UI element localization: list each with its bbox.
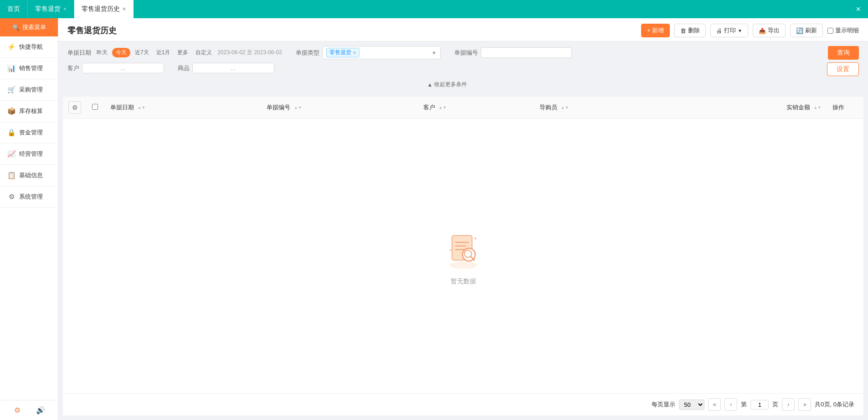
date-option-custom[interactable]: 自定义	[193, 48, 215, 57]
filter-number-item: 单据编号	[454, 47, 572, 58]
sidebar-item-purchase[interactable]: 🛒 采购管理	[0, 79, 58, 101]
operations-icon: 📈	[7, 150, 15, 158]
page-number-input[interactable]	[750, 400, 769, 410]
filter-number-label: 单据编号	[454, 49, 478, 57]
page-label: 第	[741, 400, 747, 409]
show-detail-checkbox[interactable]	[827, 28, 833, 34]
audio-footer-btn[interactable]: 🔊	[33, 403, 48, 418]
table-header-row: ⚙ 单据日期 ▲▼ 单据编号 ▲▼	[63, 97, 863, 119]
filter-goods-select[interactable]: ...	[192, 63, 274, 73]
select-all-checkbox[interactable]	[92, 104, 98, 110]
print-icon: 🖨	[716, 27, 722, 34]
th-amount-label: 实销金额	[786, 104, 810, 111]
sidebar-item-label: 采购管理	[19, 86, 43, 94]
main-layout: 🔍 搜索菜单 ⚡ 快捷导航 📊 销售管理 🛒 采购管理 📦 库存核算 🔒	[0, 18, 868, 420]
new-button[interactable]: + 新增	[641, 24, 670, 37]
sidebar-item-system[interactable]: ⚙ 系统管理	[0, 186, 58, 208]
th-date-sort[interactable]: ▲▼	[138, 106, 146, 110]
filter-number-input[interactable]	[481, 47, 572, 58]
export-icon: 📤	[759, 27, 766, 34]
th-date: 单据日期 ▲▼	[105, 97, 261, 119]
th-amount-sort[interactable]: ▲▼	[813, 106, 822, 110]
prev-page-btn[interactable]: ‹	[724, 398, 737, 411]
filter-row-1: 单据日期 昨天 今天 近7天 近1月 更多 自定义 2023-06-02 至 2…	[67, 46, 827, 59]
filter-type-item: 单据类型 零售退货 × ▼	[296, 46, 441, 59]
th-guide-sort[interactable]: ▲▼	[561, 106, 569, 110]
filter-date-label: 单据日期	[67, 49, 91, 57]
th-guide: 导购员 ▲▼	[534, 97, 670, 119]
query-button[interactable]: 查询	[828, 46, 859, 60]
th-operations: 操作	[827, 97, 863, 119]
sidebar-nav: ⚡ 快捷导航 📊 销售管理 🛒 采购管理 📦 库存核算 🔒 资金管理 📈	[0, 36, 58, 400]
svg-text:✦: ✦	[449, 248, 452, 252]
filter-customer-select[interactable]: ...	[82, 63, 164, 73]
th-customer-sort[interactable]: ▲▼	[438, 106, 447, 110]
data-table: ⚙ 单据日期 ▲▼ 单据编号 ▲▼	[63, 97, 863, 119]
print-button-label: 打印	[724, 26, 736, 35]
filter-section: 单据日期 昨天 今天 近7天 近1月 更多 自定义 2023-06-02 至 2…	[58, 41, 868, 92]
first-page-btn[interactable]: «	[708, 398, 721, 411]
empty-illustration: ✦ ✦	[441, 226, 486, 272]
show-detail-checkbox-label[interactable]: 显示明细	[827, 26, 859, 35]
tab-retail-return-close[interactable]: ×	[63, 6, 67, 12]
filter-type-select[interactable]: 零售退货 × ▼	[322, 46, 441, 59]
sidebar-item-operations[interactable]: 📈 经营管理	[0, 143, 58, 165]
finance-icon: 🔒	[7, 128, 15, 137]
filter-type-label: 单据类型	[296, 49, 319, 57]
filter-type-dropdown-icon: ▼	[431, 50, 437, 56]
toolbar: + 新增 🗑 删除 🖨 打印 ▼ 📤 导出	[641, 24, 859, 37]
th-number-sort[interactable]: ▲▼	[294, 106, 302, 110]
collapse-bar[interactable]: ▲ 收起更多条件	[67, 79, 827, 90]
table-settings-btn[interactable]: ⚙	[68, 101, 81, 114]
delete-button[interactable]: 🗑 删除	[674, 24, 706, 37]
date-option-more[interactable]: 更多	[175, 48, 191, 57]
filter-date-options: 昨天 今天 近7天 近1月 更多 自定义	[94, 48, 215, 57]
sidebar-item-inventory[interactable]: 📦 库存核算	[0, 101, 58, 122]
date-option-7days[interactable]: 近7天	[132, 48, 152, 57]
collapse-label: 收起更多条件	[434, 81, 467, 88]
next-page-btn[interactable]: ›	[782, 398, 795, 411]
purchase-icon: 🛒	[7, 86, 15, 94]
content-area: 零售退货历史 + 新增 🗑 删除 🖨 打印 ▼ 📤	[58, 18, 868, 420]
date-option-today[interactable]: 今天	[112, 48, 130, 57]
new-button-label: + 新增	[647, 26, 664, 35]
tab-retail-return[interactable]: 零售退货 ×	[28, 0, 74, 18]
sidebar-item-finance[interactable]: 🔒 资金管理	[0, 122, 58, 143]
page-header: 零售退货历史 + 新增 🗑 删除 🖨 打印 ▼ 📤	[58, 18, 868, 41]
set-button[interactable]: 设置	[827, 62, 859, 76]
show-detail-label: 显示明细	[835, 26, 859, 35]
th-amount: 实销金额 ▲▼	[671, 97, 827, 119]
sidebar-footer: ⚙ 🔊	[0, 400, 58, 420]
last-page-btn[interactable]: »	[798, 398, 811, 411]
per-page-select[interactable]: 50 10 20 100	[679, 400, 704, 410]
search-icon: 🔍	[12, 24, 20, 31]
sidebar-search-label: 搜索菜单	[22, 23, 46, 31]
filter-grid: 单据日期 昨天 今天 近7天 近1月 更多 自定义 2023-06-02 至 2…	[67, 46, 827, 90]
sidebar-search[interactable]: 🔍 搜索菜单	[0, 18, 58, 36]
total-label: 共0页, 0条记录	[815, 400, 854, 409]
refresh-button[interactable]: 🔄 刷新	[790, 24, 823, 37]
filter-type-tag-close[interactable]: ×	[353, 50, 356, 56]
sidebar-item-label: 基础信息	[19, 171, 43, 179]
filter-date-item: 单据日期 昨天 今天 近7天 近1月 更多 自定义 2023-06-02 至 2…	[67, 48, 282, 57]
print-arrow-icon: ▼	[738, 28, 742, 33]
sidebar-item-sales[interactable]: 📊 销售管理	[0, 58, 58, 79]
tab-home[interactable]: 首页	[0, 0, 28, 18]
date-option-1month[interactable]: 近1月	[154, 48, 173, 57]
th-number: 单据编号 ▲▼	[261, 97, 417, 119]
export-button[interactable]: 📤 导出	[753, 24, 786, 37]
filter-type-tag-text: 零售退货	[329, 49, 351, 56]
tab-retail-return-history[interactable]: 零售退货历史 ×	[74, 0, 134, 18]
date-option-yesterday[interactable]: 昨天	[94, 48, 110, 57]
th-customer-label: 客户	[423, 104, 435, 111]
table-wrapper: ⚙ 单据日期 ▲▼ 单据编号 ▲▼	[63, 97, 863, 415]
sidebar-item-quick-nav[interactable]: ⚡ 快捷导航	[0, 36, 58, 58]
print-button[interactable]: 🖨 打印 ▼	[710, 24, 748, 37]
window-close-button[interactable]: ×	[848, 0, 868, 18]
settings-footer-btn[interactable]: ⚙	[10, 403, 25, 418]
sidebar-item-label: 库存核算	[19, 107, 43, 115]
tab-retail-return-history-close[interactable]: ×	[123, 6, 126, 12]
sidebar-item-basic-info[interactable]: 📋 基础信息	[0, 165, 58, 186]
delete-icon: 🗑	[680, 27, 686, 34]
date-range-display: 2023-06-02 至 2023-06-02	[217, 49, 282, 56]
